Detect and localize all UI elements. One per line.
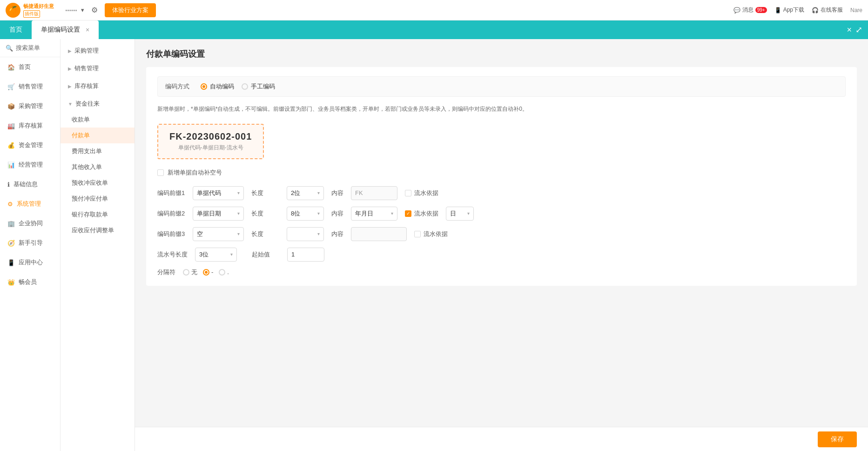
prefix2-length-select[interactable]: 8位 ▾ bbox=[287, 207, 324, 221]
tab-encoding-settings[interactable]: 单据编码设置 × bbox=[32, 20, 99, 39]
sub-item-expense[interactable]: 费用支出单 bbox=[61, 143, 135, 159]
sidebar-item-enterprise[interactable]: 🏢 企业协同 bbox=[0, 214, 60, 233]
sidebar-item-purchase[interactable]: 📦 采购管理 bbox=[0, 96, 60, 116]
tab-home[interactable]: 首页 bbox=[0, 20, 32, 39]
purchase-icon: 📦 bbox=[7, 103, 15, 110]
prefix3-serial-label: 流水依据 bbox=[424, 230, 448, 238]
app-download-label: App下载 bbox=[783, 6, 804, 14]
basic-info-icon: ℹ bbox=[7, 181, 10, 188]
sidebar-search[interactable]: 🔍 搜索菜单 bbox=[0, 39, 60, 57]
sub-group-sales-header[interactable]: ▶ 销售管理 bbox=[61, 61, 135, 76]
prefix2-length-value: 8位 bbox=[291, 209, 300, 218]
sub-item-other-income[interactable]: 其他收入单 bbox=[61, 159, 135, 175]
message-badge: 99+ bbox=[755, 7, 767, 13]
sub-item-payment[interactable]: 付款单 bbox=[61, 128, 135, 143]
prefix2-serial-select[interactable]: 日 ▾ bbox=[446, 207, 474, 221]
auto-encode-radio[interactable]: 自动编码 bbox=[201, 82, 234, 91]
sep-dot-radio[interactable]: . bbox=[219, 269, 229, 276]
start-value-input[interactable]: 1 bbox=[287, 248, 324, 262]
prefix3-select[interactable]: 空 ▾ bbox=[193, 227, 244, 241]
prefix2-label: 编码前缀2 bbox=[157, 209, 185, 218]
expand-window-button[interactable]: ⤢ bbox=[855, 25, 862, 35]
dropdown-arrow[interactable]: ▾ bbox=[81, 7, 84, 13]
page-title: 付款单编码设置 bbox=[146, 48, 857, 60]
prefix1-serial-label: 流水依据 bbox=[414, 189, 438, 197]
manual-encode-radio[interactable]: 手工编码 bbox=[242, 82, 275, 91]
sidebar-label-system: 系统管理 bbox=[17, 200, 41, 208]
sep-none-radio[interactable]: 无 bbox=[183, 268, 197, 276]
sidebar-item-inventory[interactable]: 🏭 库存核算 bbox=[0, 116, 60, 135]
prefix2-content-select[interactable]: 年月日 ▾ bbox=[351, 207, 397, 221]
sub-item-adjustment[interactable]: 应收应付调整单 bbox=[61, 222, 135, 238]
sidebar-label-purchase: 采购管理 bbox=[19, 102, 43, 110]
prefix1-serial[interactable]: 流水依据 bbox=[405, 189, 438, 197]
serial-length-arrow: ▾ bbox=[230, 252, 233, 257]
sub-item-bank[interactable]: 银行存取款单 bbox=[61, 207, 135, 222]
sep-none-label: 无 bbox=[191, 268, 197, 276]
sub-group-fund-label: 资金往来 bbox=[75, 100, 100, 108]
sidebar-item-system[interactable]: ⚙ 系统管理 bbox=[0, 194, 60, 214]
prefix3-select-value: 空 bbox=[197, 230, 203, 238]
sub-item-prepaid-receivable[interactable]: 预收冲应收单 bbox=[61, 175, 135, 191]
app-download-item[interactable]: 📱 App下载 bbox=[774, 6, 804, 14]
sidebar-item-guide[interactable]: 🧭 新手引导 bbox=[0, 233, 60, 253]
prefix3-length-label: 长度 bbox=[251, 230, 279, 238]
prefix3-length-select[interactable]: ▾ bbox=[287, 227, 324, 241]
sep-dash-radio[interactable]: - bbox=[203, 269, 213, 276]
sidebar-label-apps: 应用中心 bbox=[19, 258, 43, 267]
finance-icon: 💰 bbox=[7, 142, 15, 149]
close-window-button[interactable]: × bbox=[847, 25, 852, 35]
prefix3-serial[interactable]: 流水依据 bbox=[414, 230, 448, 238]
auto-fill-label: 新增单据自动补空号 bbox=[168, 168, 222, 177]
sidebar-item-finance[interactable]: 💰 资金管理 bbox=[0, 135, 60, 155]
auto-fill-checkbox[interactable] bbox=[157, 169, 164, 176]
preview-box: FK-20230602-001 单据代码-单据日期-流水号 bbox=[157, 124, 264, 159]
sub-group-purchase-header[interactable]: ▶ 采购管理 bbox=[61, 43, 135, 59]
message-item[interactable]: 💬 消息 99+ bbox=[733, 6, 767, 14]
content-area: 付款单编码设置 编码方式 自动编码 手工编码 新增单据时，*单据编码*自动生成 bbox=[135, 39, 868, 451]
sub-item-prepaid-payable[interactable]: 预付冲应付单 bbox=[61, 191, 135, 207]
sidebar-label-guide: 新手引导 bbox=[19, 239, 43, 247]
prefix1-select[interactable]: 单据代码 ▾ bbox=[193, 186, 244, 200]
prefix1-label: 编码前缀1 bbox=[157, 189, 185, 197]
sidebar-item-home[interactable]: 🏠 首页 bbox=[0, 57, 60, 77]
sub-group-fund-header[interactable]: ▼ 资金往来 bbox=[61, 96, 135, 112]
separator-radio-group: 无 - . bbox=[183, 268, 229, 276]
serial-length-select[interactable]: 3位 ▾ bbox=[195, 248, 237, 262]
guide-icon: 🧭 bbox=[7, 240, 15, 247]
sales-icon: 🛒 bbox=[7, 83, 15, 90]
prefix2-content-label: 内容 bbox=[331, 209, 343, 218]
sidebar-item-sales[interactable]: 🛒 销售管理 bbox=[0, 77, 60, 96]
sub-item-receipt[interactable]: 收款单 bbox=[61, 112, 135, 128]
online-service-item[interactable]: 🎧 在线客服 bbox=[812, 6, 843, 14]
prefix2-row: 编码前缀2 单据日期 ▾ 长度 8位 ▾ 内容 年月日 ▾ ✓ 流水依据 bbox=[157, 207, 846, 221]
auto-encode-dot bbox=[201, 83, 207, 90]
sidebar-item-basic-info[interactable]: ℹ 基础信息 bbox=[0, 175, 60, 194]
sep-dash-dot bbox=[203, 269, 209, 276]
trial-button[interactable]: 体验行业方案 bbox=[105, 3, 156, 17]
prefix2-select[interactable]: 单据日期 ▾ bbox=[193, 207, 244, 221]
tab-close-icon[interactable]: × bbox=[86, 26, 89, 34]
sub-group-inventory-label: 库存核算 bbox=[74, 82, 99, 90]
sub-sidebar: ▶ 采购管理 ▶ 销售管理 ▶ 库存核算 ▼ 资金往来 收款单 付款单 费用支出… bbox=[61, 39, 135, 451]
sub-group-fund: ▼ 资金往来 收款单 付款单 费用支出单 其他收入单 预收冲应收单 预付冲应付单… bbox=[61, 96, 135, 238]
sidebar-item-apps[interactable]: 📱 应用中心 bbox=[0, 253, 60, 272]
prefix1-select-value: 单据代码 bbox=[197, 189, 221, 197]
prefix1-length-select[interactable]: 2位 ▾ bbox=[287, 186, 324, 200]
topbar: 🍊 畅捷通好生意 插件版 ▪▪▪▪▪▪ ▾ ⚙ 体验行业方案 💬 消息 99+ … bbox=[0, 0, 868, 20]
message-icon: 💬 bbox=[733, 7, 740, 13]
phone-icon: 📱 bbox=[774, 7, 781, 13]
sub-group-inventory-header[interactable]: ▶ 库存核算 bbox=[61, 78, 135, 94]
prefix1-serial-checkbox[interactable] bbox=[405, 190, 411, 196]
save-button[interactable]: 保存 bbox=[818, 431, 857, 447]
prefix3-serial-checkbox[interactable] bbox=[414, 231, 421, 237]
prefix1-content-value: FK bbox=[351, 186, 397, 200]
home-icon: 🏠 bbox=[7, 64, 15, 71]
sidebar-item-member[interactable]: 👑 畅会员 bbox=[0, 272, 60, 292]
prefix2-serial-checkbox[interactable]: ✓ bbox=[405, 210, 411, 217]
sidebar-label-operations: 经营管理 bbox=[19, 161, 43, 169]
settings-icon[interactable]: ⚙ bbox=[88, 4, 101, 17]
main-card: 编码方式 自动编码 手工编码 新增单据时，*单据编码*自动生成，不可编辑。前缀设… bbox=[146, 67, 857, 286]
sidebar-item-operations[interactable]: 📊 经营管理 bbox=[0, 155, 60, 175]
prefix2-serial[interactable]: ✓ 流水依据 bbox=[405, 209, 438, 218]
